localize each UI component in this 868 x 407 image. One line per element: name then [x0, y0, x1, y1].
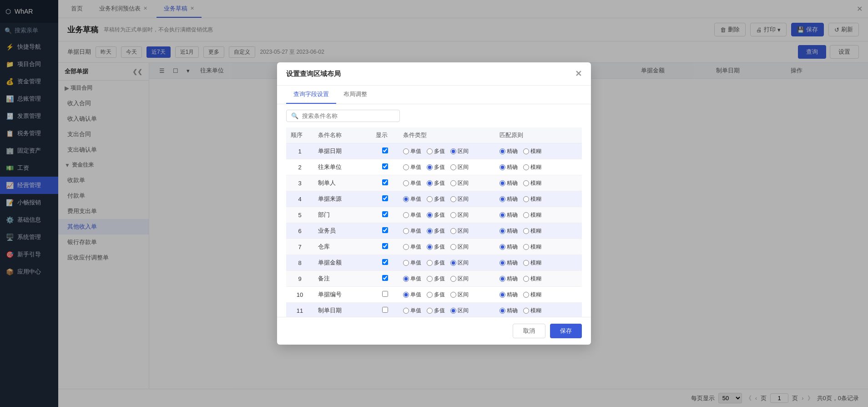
cell-condition-type[interactable]: 单值多值区间 [399, 191, 495, 207]
modal-search-input[interactable] [302, 112, 395, 119]
cell-match-type[interactable]: 精确模糊 [495, 143, 582, 159]
radio-match-模糊[interactable]: 模糊 [523, 179, 541, 187]
radio-cond-多值[interactable]: 多值 [427, 163, 445, 171]
radio-cond-单值[interactable]: 单值 [403, 307, 421, 315]
radio-cond-多值[interactable]: 多值 [427, 227, 445, 235]
radio-cond-多值[interactable]: 多值 [427, 259, 445, 267]
cell-match-type[interactable]: 精确模糊 [495, 287, 582, 303]
cell-condition-type[interactable]: 单值多值区间 [399, 303, 495, 317]
row-display-checkbox[interactable] [382, 275, 388, 281]
cell-condition-type[interactable]: 单值多值区间 [399, 255, 495, 271]
radio-match-模糊[interactable]: 模糊 [523, 163, 541, 171]
modal-cancel-button[interactable]: 取消 [513, 324, 545, 338]
radio-cond-单值[interactable]: 单值 [403, 275, 421, 283]
radio-cond-多值[interactable]: 多值 [427, 243, 445, 251]
radio-cond-多值[interactable]: 多值 [427, 291, 445, 299]
cell-condition-type[interactable]: 单值多值区间 [399, 175, 495, 191]
row-display-checkbox[interactable] [382, 243, 388, 249]
cell-checkbox[interactable] [371, 175, 399, 191]
radio-match-模糊[interactable]: 模糊 [523, 227, 541, 235]
cell-condition-type[interactable]: 单值多值区间 [399, 271, 495, 287]
radio-cond-多值[interactable]: 多值 [427, 148, 445, 155]
radio-match-模糊[interactable]: 模糊 [523, 195, 541, 203]
cell-checkbox[interactable] [371, 271, 399, 287]
radio-match-模糊[interactable]: 模糊 [523, 243, 541, 251]
modal-tab-layout[interactable]: 布局调整 [336, 86, 374, 104]
cell-match-type[interactable]: 精确模糊 [495, 159, 582, 175]
cell-condition-type[interactable]: 单值多值区间 [399, 223, 495, 239]
radio-cond-区间[interactable]: 区间 [450, 227, 469, 235]
radio-match-模糊[interactable]: 模糊 [523, 275, 541, 283]
cell-checkbox[interactable] [371, 239, 399, 255]
radio-cond-区间[interactable]: 区间 [450, 195, 469, 203]
modal-tab-fields[interactable]: 查询字段设置 [286, 86, 336, 104]
cell-condition-type[interactable]: 单值多值区间 [399, 159, 495, 175]
row-display-checkbox[interactable] [382, 179, 388, 185]
cell-checkbox[interactable] [371, 159, 399, 175]
radio-cond-区间[interactable]: 区间 [450, 163, 469, 171]
cell-checkbox[interactable] [371, 287, 399, 303]
radio-cond-区间[interactable]: 区间 [450, 275, 469, 283]
radio-match-精确[interactable]: 精确 [500, 259, 518, 267]
radio-cond-区间[interactable]: 区间 [450, 179, 469, 187]
cell-checkbox[interactable] [371, 255, 399, 271]
radio-match-精确[interactable]: 精确 [500, 211, 518, 219]
radio-match-精确[interactable]: 精确 [500, 195, 518, 203]
radio-cond-区间[interactable]: 区间 [450, 291, 469, 299]
radio-cond-单值[interactable]: 单值 [403, 227, 421, 235]
cell-match-type[interactable]: 精确模糊 [495, 303, 582, 317]
radio-cond-区间[interactable]: 区间 [450, 211, 469, 219]
cell-checkbox[interactable] [371, 143, 399, 159]
radio-cond-区间[interactable]: 区间 [450, 307, 469, 315]
radio-match-精确[interactable]: 精确 [500, 163, 518, 171]
radio-cond-区间[interactable]: 区间 [450, 243, 469, 251]
row-display-checkbox[interactable] [382, 211, 388, 217]
row-display-checkbox[interactable] [382, 259, 388, 265]
cell-match-type[interactable]: 精确模糊 [495, 191, 582, 207]
radio-cond-单值[interactable]: 单值 [403, 259, 421, 267]
radio-cond-单值[interactable]: 单值 [403, 163, 421, 171]
radio-match-精确[interactable]: 精确 [500, 275, 518, 283]
radio-cond-单值[interactable]: 单值 [403, 179, 421, 187]
cell-match-type[interactable]: 精确模糊 [495, 175, 582, 191]
radio-match-模糊[interactable]: 模糊 [523, 148, 541, 155]
row-display-checkbox[interactable] [382, 148, 388, 153]
radio-cond-多值[interactable]: 多值 [427, 195, 445, 203]
cell-checkbox[interactable] [371, 223, 399, 239]
radio-match-精确[interactable]: 精确 [500, 179, 518, 187]
radio-cond-区间[interactable]: 区间 [450, 259, 469, 267]
row-display-checkbox[interactable] [382, 195, 388, 201]
row-display-checkbox[interactable] [382, 227, 388, 233]
radio-match-模糊[interactable]: 模糊 [523, 291, 541, 299]
cell-match-type[interactable]: 精确模糊 [495, 255, 582, 271]
radio-cond-多值[interactable]: 多值 [427, 307, 445, 315]
row-display-checkbox[interactable] [382, 307, 388, 313]
modal-close-button[interactable]: ✕ [575, 69, 582, 79]
radio-cond-多值[interactable]: 多值 [427, 179, 445, 187]
radio-match-精确[interactable]: 精确 [500, 148, 518, 155]
radio-cond-单值[interactable]: 单值 [403, 211, 421, 219]
cell-match-type[interactable]: 精确模糊 [495, 271, 582, 287]
radio-match-模糊[interactable]: 模糊 [523, 211, 541, 219]
row-display-checkbox[interactable] [382, 291, 388, 297]
radio-cond-多值[interactable]: 多值 [427, 275, 445, 283]
radio-cond-单值[interactable]: 单值 [403, 148, 421, 155]
radio-cond-单值[interactable]: 单值 [403, 195, 421, 203]
cell-match-type[interactable]: 精确模糊 [495, 223, 582, 239]
radio-match-精确[interactable]: 精确 [500, 291, 518, 299]
cell-checkbox[interactable] [371, 303, 399, 317]
radio-match-精确[interactable]: 精确 [500, 307, 518, 315]
modal-save-button[interactable]: 保存 [550, 324, 582, 338]
cell-match-type[interactable]: 精确模糊 [495, 239, 582, 255]
radio-cond-区间[interactable]: 区间 [450, 148, 469, 155]
cell-checkbox[interactable] [371, 207, 399, 223]
radio-match-精确[interactable]: 精确 [500, 243, 518, 251]
radio-match-模糊[interactable]: 模糊 [523, 259, 541, 267]
radio-cond-单值[interactable]: 单值 [403, 243, 421, 251]
radio-match-模糊[interactable]: 模糊 [523, 307, 541, 315]
cell-checkbox[interactable] [371, 191, 399, 207]
cell-match-type[interactable]: 精确模糊 [495, 207, 582, 223]
cell-condition-type[interactable]: 单值多值区间 [399, 239, 495, 255]
cell-condition-type[interactable]: 单值多值区间 [399, 287, 495, 303]
radio-cond-单值[interactable]: 单值 [403, 291, 421, 299]
